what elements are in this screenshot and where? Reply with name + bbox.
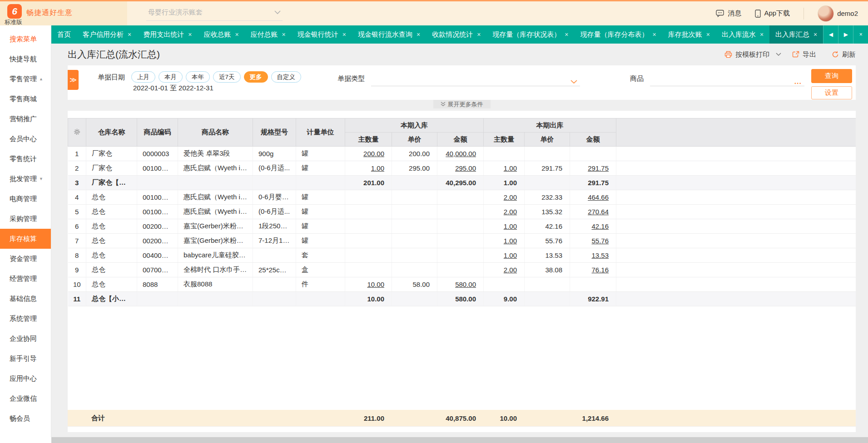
tab-close-icon[interactable]: × (813, 31, 817, 38)
print-by-template-button[interactable]: 按模板打印 (724, 50, 769, 59)
tab-item[interactable]: 现金银行统计× (292, 25, 352, 44)
tab-item[interactable]: 费用支出统计× (137, 25, 198, 44)
tab-close-icon[interactable]: × (706, 31, 710, 38)
sidebar-item[interactable]: 零售管理▲ (0, 69, 51, 89)
product-input[interactable]: ... (650, 73, 804, 86)
cell-out-qty[interactable]: 1.00 (484, 161, 525, 176)
account-select[interactable]: 母婴行业演示账套 (146, 7, 283, 21)
tab-close-icon[interactable]: × (282, 31, 286, 38)
date-pill-custom[interactable]: 自定义 (271, 71, 302, 83)
drill-down-link[interactable]: 1.00 (504, 222, 517, 230)
tab-item[interactable]: 现金银行流水查询× (352, 25, 426, 44)
sidebar-item[interactable]: 搜索菜单 (0, 29, 51, 49)
drill-down-link[interactable]: 295.00 (455, 164, 476, 172)
drill-down-link[interactable]: 13.53 (591, 251, 609, 259)
cell-out-qty[interactable]: 1.00 (484, 234, 525, 248)
sidebar-item[interactable]: 畅会员 (0, 409, 51, 428)
cell-out-amount[interactable]: 76.16 (570, 263, 616, 277)
cell-in-amount[interactable]: 295.00 (437, 161, 484, 176)
cell-in-amount[interactable]: 40,000.00 (437, 147, 484, 161)
tab-item[interactable]: 现存量（库存状况表）× (486, 25, 574, 44)
drill-down-link[interactable]: 1.00 (371, 164, 384, 172)
drill-down-link[interactable]: 1.00 (504, 164, 517, 172)
drill-down-link[interactable]: 55.76 (591, 237, 609, 245)
drill-down-link[interactable]: 270.64 (588, 208, 609, 216)
cell-out-qty[interactable]: 2.00 (484, 205, 525, 219)
drill-down-link[interactable]: 1.00 (504, 251, 517, 259)
tab-item[interactable]: 收款情况统计× (426, 25, 486, 44)
tab-close-icon[interactable]: × (760, 31, 764, 38)
date-pill[interactable]: 本年 (186, 71, 210, 83)
query-button[interactable]: 查询 (811, 69, 852, 83)
refresh-button[interactable]: 刷新 (832, 50, 856, 59)
cell-out-amount[interactable]: 464.66 (570, 190, 616, 205)
tab-item[interactable]: 客户信用分析× (77, 25, 137, 44)
tabs-scroll-left-button[interactable]: ◀ (823, 25, 838, 44)
drill-down-link[interactable]: 464.66 (588, 193, 609, 201)
column-settings-button[interactable] (68, 118, 86, 147)
tab-item[interactable]: 应付总账× (245, 25, 292, 44)
cell-out-qty[interactable]: 2.00 (484, 190, 525, 205)
user-menu[interactable]: demo2 (818, 5, 858, 22)
horizontal-scrollbar[interactable] (51, 437, 868, 443)
sidebar-item[interactable]: 电商管理 (0, 189, 51, 209)
tabs-scroll-right-button[interactable]: ▶ (838, 25, 853, 44)
doc-type-input[interactable] (371, 73, 580, 86)
sidebar-item[interactable]: 资金管理 (0, 249, 51, 269)
drill-down-link[interactable]: 40,000.00 (446, 150, 476, 158)
cell-in-qty[interactable]: 1.00 (345, 161, 392, 176)
cell-out-qty[interactable]: 2.00 (484, 263, 525, 277)
drill-down-link[interactable]: 76.16 (591, 266, 609, 274)
tab-item-active[interactable]: 出入库汇总× (769, 25, 823, 44)
tab-close-icon[interactable]: × (188, 31, 192, 38)
drill-down-link[interactable]: 580.00 (455, 281, 476, 288)
tab-item[interactable]: 现存量（库存分布表）× (575, 25, 662, 44)
settings-button[interactable]: 设置 (811, 86, 852, 99)
date-pill[interactable]: 上月 (131, 71, 155, 83)
cell-out-amount[interactable]: 55.76 (570, 234, 616, 248)
sidebar-item[interactable]: 应用中心 (0, 369, 51, 389)
drill-down-link[interactable]: 2.00 (504, 193, 517, 201)
export-button[interactable]: 导出 (792, 50, 816, 59)
sidebar-item[interactable]: 企业微信 (0, 389, 51, 409)
drill-down-link[interactable]: 1.00 (504, 237, 517, 245)
sidebar-item[interactable]: 企业协同 (0, 329, 51, 349)
drill-down-link[interactable]: 2.00 (504, 266, 517, 274)
date-pill[interactable]: 本月 (159, 71, 183, 83)
sidebar-item[interactable]: 零售统计 (0, 149, 51, 169)
tab-close-icon[interactable]: × (128, 31, 131, 38)
tab-close-icon[interactable]: × (653, 31, 656, 38)
drill-down-link[interactable]: 42.16 (591, 222, 609, 230)
date-range-value[interactable]: 2022-01-01 至 2022-12-31 (131, 84, 301, 93)
tab-close-icon[interactable]: × (477, 31, 481, 38)
sidebar-item[interactable]: 基础信息 (0, 289, 51, 309)
drill-down-link[interactable]: 10.00 (367, 281, 384, 288)
cell-out-amount[interactable]: 270.64 (570, 205, 616, 219)
cell-out-qty[interactable]: 1.00 (484, 219, 525, 234)
drill-down-link[interactable]: 2.00 (504, 208, 517, 216)
cell-out-amount[interactable]: 13.53 (570, 248, 616, 263)
tab-close-icon[interactable]: × (235, 31, 238, 38)
drill-down-link[interactable]: 200.00 (363, 150, 384, 158)
collapse-filter-button[interactable]: ≫ (68, 70, 79, 90)
sidebar-item[interactable]: 快捷导航 (0, 49, 51, 69)
cell-out-amount[interactable]: 42.16 (570, 219, 616, 234)
cell-in-amount[interactable]: 580.00 (437, 277, 484, 292)
tab-close-icon[interactable]: × (565, 31, 568, 38)
sidebar-item[interactable]: 批发管理▼ (0, 169, 51, 189)
tab-item[interactable]: 出入库流水× (716, 25, 769, 44)
tab-item[interactable]: 首页 (51, 25, 77, 44)
messages-button[interactable]: 消息 (716, 9, 741, 18)
date-pill-more[interactable]: 更多 (244, 71, 268, 83)
cell-out-amount[interactable]: 291.75 (570, 161, 616, 176)
tab-item[interactable]: 库存批次账× (662, 25, 716, 44)
sidebar-item[interactable]: 系统管理 (0, 309, 51, 329)
product-picker-button[interactable]: ... (794, 79, 802, 84)
sidebar-item[interactable]: 经营管理 (0, 269, 51, 289)
tab-item[interactable]: 应收总账× (198, 25, 244, 44)
sidebar-item[interactable]: 新手引导 (0, 349, 51, 369)
cell-in-qty[interactable]: 10.00 (345, 277, 392, 292)
app-download-button[interactable]: App下载 (755, 9, 790, 18)
tab-close-icon[interactable]: × (342, 31, 346, 38)
sidebar-item[interactable]: 营销推广 (0, 109, 51, 129)
